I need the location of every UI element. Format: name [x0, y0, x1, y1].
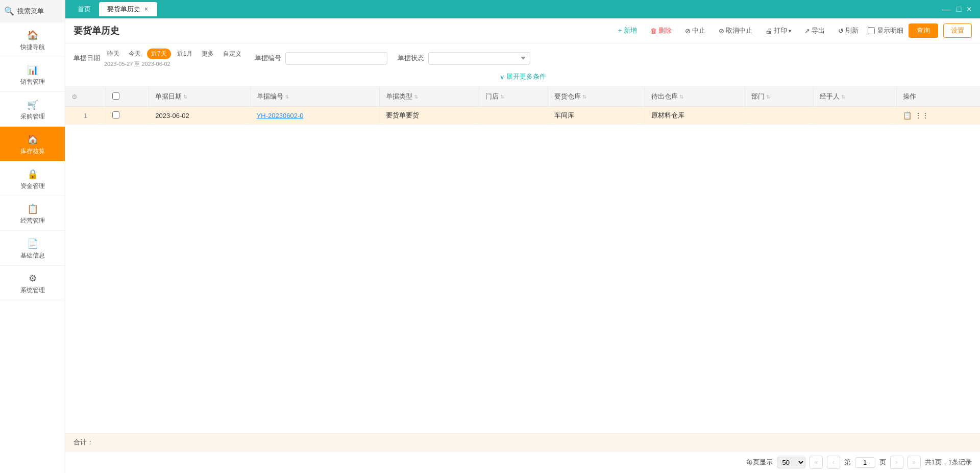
col-header-doc_no[interactable]: 单据编号⇅: [250, 87, 379, 107]
view-action-icon[interactable]: 📋: [903, 111, 912, 120]
row-checkbox[interactable]: [112, 111, 119, 119]
tab-requisition-history[interactable]: 要货单历史×: [99, 2, 157, 16]
date-shortcut-昨天[interactable]: 昨天: [104, 49, 122, 59]
finance-mgmt-label: 资金管理: [20, 182, 45, 191]
per-page-select[interactable]: 2050100: [777, 457, 805, 468]
sort-icon-doc_no: ⇅: [285, 94, 289, 100]
display-detail-label: 显示明细: [877, 26, 903, 35]
stop-button[interactable]: ⊘ 中止: [681, 24, 709, 37]
sidebar-search-label: 搜索菜单: [17, 7, 44, 16]
export-icon: ↗: [804, 27, 810, 35]
date-shortcut-自定义[interactable]: 自定义: [220, 49, 244, 59]
sort-icon-pending_warehouse: ⇅: [679, 94, 683, 100]
expand-more-btn[interactable]: ∨ 展开更多条件: [74, 72, 972, 81]
col-header-date[interactable]: 单据日期⇅: [149, 87, 250, 107]
col-header-pending_warehouse[interactable]: 待出仓库⇅: [645, 87, 745, 107]
inventory-label: 库存核算: [20, 147, 45, 156]
cancel-stop-button[interactable]: ⊘ 取消中止: [715, 24, 756, 37]
sort-icon-doc_type: ⇅: [414, 94, 418, 100]
page-header: 要货单历史 + 新增 🗑 删除 ⊘ 中止 ⊘ 取消中止 🖨 打印: [65, 18, 980, 43]
tab-close-requisition-history[interactable]: ×: [143, 6, 149, 13]
sidebar-search[interactable]: 🔍 搜索菜单: [0, 0, 65, 22]
status-filter-group: 单据状态: [398, 52, 530, 65]
col-header-handler[interactable]: 经手人⇅: [814, 87, 897, 107]
delete-button[interactable]: 🗑 删除: [646, 24, 676, 37]
doc-no-link[interactable]: YH-20230602-0: [257, 112, 304, 120]
chevron-down-icon: ∨: [500, 73, 505, 81]
status-select[interactable]: [428, 52, 530, 65]
display-detail-checkbox-group[interactable]: 显示明细: [868, 26, 903, 35]
sort-icon-date: ⇅: [183, 94, 187, 100]
footer-total-label: 合计：: [74, 438, 93, 447]
window-close-btn[interactable]: ×: [966, 4, 972, 15]
purchase-mgmt-icon: 🛒: [27, 99, 38, 110]
ops-mgmt-label: 经营管理: [20, 217, 45, 225]
prev-page-btn[interactable]: ‹: [827, 456, 840, 469]
new-button[interactable]: + 新增: [614, 24, 641, 37]
cell-num: 1: [65, 107, 106, 125]
filter-bar: 单据日期 昨天今天近7天近1月更多自定义 2023-05-27 至 2023-0…: [65, 43, 980, 87]
quick-nav-icon: 🏠: [27, 30, 38, 41]
first-page-btn[interactable]: «: [810, 456, 823, 469]
sort-icon-handler: ⇅: [841, 94, 845, 100]
settings-gear-icon[interactable]: ⚙: [71, 93, 78, 101]
next-page-btn[interactable]: ›: [890, 456, 903, 469]
query-button[interactable]: 查询: [909, 23, 938, 38]
sort-icon-req_warehouse: ⇅: [582, 94, 586, 100]
search-icon: 🔍: [4, 6, 14, 16]
col-header-department[interactable]: 部门⇅: [745, 87, 813, 107]
sidebar-item-finance-mgmt[interactable]: 🔒 资金管理: [0, 161, 65, 196]
col-header-doc_type[interactable]: 单据类型⇅: [379, 87, 479, 107]
sidebar-item-sys-mgmt[interactable]: ⚙ 系统管理: [0, 266, 65, 300]
edit-action-icon[interactable]: ⋮⋮: [915, 111, 929, 120]
print-chevron-icon: ▾: [789, 28, 791, 34]
col-header-checkbox: [106, 87, 149, 107]
display-detail-checkbox[interactable]: [868, 27, 875, 34]
col-header-store[interactable]: 门店⇅: [479, 87, 548, 107]
refresh-button[interactable]: ↺ 刷新: [834, 24, 863, 37]
quick-nav-label: 快捷导航: [20, 43, 45, 52]
date-shortcut-近1月[interactable]: 近1月: [174, 49, 196, 59]
print-button[interactable]: 🖨 打印 ▾: [762, 24, 795, 37]
cell-pending_warehouse: 原材料仓库: [645, 107, 745, 125]
col-header-req_warehouse[interactable]: 要货仓库⇅: [548, 87, 645, 107]
sidebar-item-purchase-mgmt[interactable]: 🛒 采购管理: [0, 92, 65, 127]
sidebar: 🔍 搜索菜单 🏠 快捷导航 📊 销售管理 🛒 采购管理 🏠 库存核算 🔒 资金管…: [0, 0, 65, 473]
cell-actions: 📋 ⋮⋮: [896, 107, 980, 125]
col-header-actions: 操作: [896, 87, 980, 107]
settings-button[interactable]: 设置: [943, 23, 972, 38]
cell-store: [479, 107, 548, 125]
window-minimize-btn[interactable]: —: [942, 4, 951, 15]
window-maximize-btn[interactable]: □: [957, 5, 962, 14]
status-label: 单据状态: [398, 54, 424, 63]
basic-info-icon: 📄: [27, 238, 38, 249]
sidebar-item-basic-info[interactable]: 📄 基础信息: [0, 231, 65, 266]
last-page-btn[interactable]: »: [908, 456, 921, 469]
tab-label-home: 首页: [78, 5, 91, 14]
date-shortcut-更多[interactable]: 更多: [199, 49, 217, 59]
select-all-checkbox[interactable]: [112, 92, 119, 100]
tab-home[interactable]: 首页: [69, 2, 99, 16]
ops-mgmt-icon: 📋: [27, 203, 38, 215]
sales-mgmt-icon: 📊: [27, 64, 38, 76]
page-label: 第: [844, 458, 851, 467]
sidebar-item-quick-nav[interactable]: 🏠 快捷导航: [0, 22, 65, 57]
purchase-mgmt-label: 采购管理: [20, 112, 45, 121]
sidebar-item-ops-mgmt[interactable]: 📋 经营管理: [0, 196, 65, 231]
trash-icon: 🗑: [650, 27, 657, 35]
sys-mgmt-icon: ⚙: [29, 273, 37, 284]
table-footer: 合计：: [65, 433, 980, 451]
date-shortcut-今天[interactable]: 今天: [126, 49, 144, 59]
per-page-label: 每页显示: [746, 458, 773, 467]
sidebar-item-sales-mgmt[interactable]: 📊 销售管理: [0, 57, 65, 92]
page-number-input[interactable]: [855, 457, 875, 468]
table-container: ⚙单据日期⇅单据编号⇅单据类型⇅门店⇅要货仓库⇅待出仓库⇅部门⇅经手人⇅操作 1…: [65, 87, 980, 433]
sidebar-item-inventory[interactable]: 🏠 库存核算: [0, 127, 65, 161]
doc-no-input[interactable]: [285, 52, 387, 65]
window-controls: — □ ×: [942, 4, 976, 15]
date-filter-label: 单据日期: [74, 54, 100, 63]
date-shortcut-近7天[interactable]: 近7天: [147, 49, 171, 59]
pagination: 每页显示 2050100 « ‹ 第 页 › » 共1页，1条记录: [65, 451, 980, 473]
export-button[interactable]: ↗ 导出: [800, 24, 829, 37]
tab-label-requisition-history: 要货单历史: [107, 5, 140, 14]
